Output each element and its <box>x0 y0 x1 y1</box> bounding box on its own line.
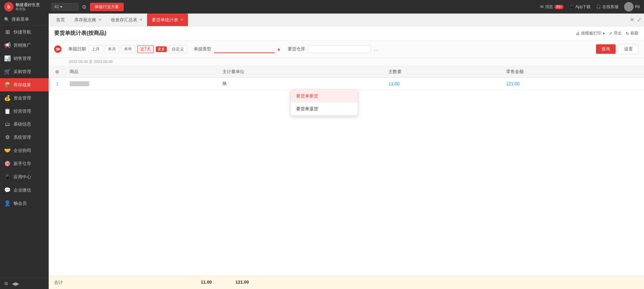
tab-bar: 首页库存批次账 ✕收发存汇总表 ✕要货单统计表 ✕ ✕ ⤢ <box>49 14 644 26</box>
print-button[interactable]: 🖨 按模板打印 ▾ <box>576 30 605 36</box>
inventory-icon: 📦 <box>4 82 11 88</box>
type-dropdown: 要货单要货 要货单退货 <box>290 89 358 116</box>
sidebar-item-quick-nav[interactable]: ⊞快捷导航 <box>0 25 49 39</box>
gear-col-header[interactable]: ⚙ <box>49 66 66 78</box>
more-icon[interactable]: … <box>374 46 379 52</box>
sidebar-item-finance[interactable]: 💰资金管理 <box>0 91 49 105</box>
refresh-button[interactable]: ↻ 刷新 <box>626 30 639 36</box>
page-header: 要货单统计表(按商品) 🖨 按模板打印 ▾ ↗ 导出 ↻ 刷新 <box>49 26 644 41</box>
message-badge: 99+ <box>554 5 564 9</box>
system-icon: ⚙ <box>4 134 11 140</box>
tab-inventory-batch[interactable]: 库存批次账 ✕ <box>70 14 106 26</box>
chevron-up-icon[interactable]: ▲ <box>277 47 281 51</box>
sidebar-item-label: 企业微信 <box>14 187 31 193</box>
export-button[interactable]: ↗ 导出 <box>609 30 622 36</box>
tab-receive-summary[interactable]: 收发存汇总表 ✕ <box>106 14 147 26</box>
query-button[interactable]: 查询 <box>596 44 616 54</box>
tab-count-label: 41 <box>54 4 59 9</box>
filter-actions: 查询 设置 <box>596 44 639 54</box>
sidebar-item-app-center[interactable]: 📱应用中心 <box>0 170 49 183</box>
sidebar-item-sales[interactable]: 📊销售管理 <box>0 52 49 65</box>
expand-icon[interactable]: ⤢ <box>637 17 641 23</box>
sidebar-item-member[interactable]: 👤畅会员 <box>0 197 49 210</box>
header-right: ✉ 消息 99+ 📱 App下载 🎧 在线客服 Rit <box>540 2 640 12</box>
date-btn-last-month[interactable]: 上月 <box>89 45 103 53</box>
row-quantity: 11.00 <box>384 78 502 90</box>
total-bar-wrapper: 合计 11.00 121.00 <box>49 276 644 289</box>
dropdown-item-incoming[interactable]: 要货单要货 <box>291 90 358 103</box>
service-icon: 🎧 <box>596 4 601 9</box>
quick-nav-icon: ⊞ <box>4 29 11 35</box>
sidebar-item-purchase[interactable]: 🛒采购管理 <box>0 65 49 78</box>
sidebar-item-enterprise[interactable]: 🤝企业协同 <box>0 144 49 157</box>
quantity-col-header: 主数量 <box>384 66 502 78</box>
main-layout: 🔍 搜索菜单 ⊞快捷导航📢营销推广📊销售管理🛒采购管理📦库存核算💰资金管理📋经营… <box>0 14 644 289</box>
row-goods <box>66 78 218 90</box>
gear-icon[interactable]: ⚙ <box>55 69 59 74</box>
sidebar-item-operation[interactable]: 📋经营管理 <box>0 105 49 118</box>
close-all-icon[interactable]: ✕ <box>630 17 634 23</box>
sidebar-item-marketing[interactable]: 📢营销推广 <box>0 39 49 52</box>
tab-close-icon[interactable]: ✕ <box>139 18 142 22</box>
date-btn-7days[interactable]: 近7天 <box>137 45 154 53</box>
app-download-button[interactable]: 📱 App下载 <box>569 4 591 10</box>
row-amount: 121.00 <box>502 78 644 90</box>
data-table: ⚙ 商品 主计量单位 主数量 零售金额 1 块 11.00 121.00 <box>49 66 644 90</box>
user-area[interactable]: Rit <box>624 2 640 12</box>
table-row: 1 块 11.00 121.00 <box>49 78 644 90</box>
tab-count-selector[interactable]: 41 ▾ <box>51 3 78 10</box>
total-label: 合计 <box>54 280 66 286</box>
date-btn-this-month[interactable]: 本月 <box>105 45 119 53</box>
industry-button[interactable]: 体验行业方案 <box>90 3 124 11</box>
settings-button[interactable]: 设置 <box>618 44 639 54</box>
online-service-button[interactable]: 🎧 在线客服 <box>596 4 619 10</box>
message-button[interactable]: ✉ 消息 99+ <box>540 4 564 10</box>
sidebar-item-label: 库存核算 <box>14 82 31 88</box>
warehouse-input[interactable] <box>308 45 371 53</box>
sidebar-item-label: 畅会员 <box>14 200 27 206</box>
sidebar-item-label: 应用中心 <box>14 174 31 180</box>
type-input[interactable] <box>214 45 275 53</box>
dropdown-item-return[interactable]: 要货单退货 <box>291 103 358 115</box>
member-icon: 👤 <box>4 200 11 206</box>
unit-col-header: 主计量单位 <box>218 66 385 78</box>
sidebar-item-inventory[interactable]: 📦库存核算 <box>0 78 49 91</box>
filter-expand-button[interactable]: ≫ <box>54 45 62 53</box>
date-btn-custom[interactable]: 自定义 <box>169 45 187 53</box>
sidebar: 🔍 搜索菜单 ⊞快捷导航📢营销推广📊销售管理🛒采购管理📦库存核算💰资金管理📋经营… <box>0 14 49 289</box>
tab-close-icon[interactable]: ✕ <box>98 18 101 22</box>
table-wrapper: ⚙ 商品 主计量单位 主数量 零售金额 1 块 11.00 121.00 <box>49 66 644 90</box>
basic-icon: 🗂 <box>4 121 11 127</box>
sidebar-item-label: 销售管理 <box>14 55 31 62</box>
settings-icon[interactable]: ⚙ <box>4 281 8 286</box>
tab-label: 要货单统计表 <box>152 17 178 23</box>
tab-home[interactable]: 首页 <box>51 14 70 26</box>
wechat-icon: 💬 <box>4 187 11 193</box>
sidebar-item-basic[interactable]: 🗂基础信息 <box>0 118 49 131</box>
sidebar-item-wechat[interactable]: 💬企业微信 <box>0 183 49 197</box>
tab-close-icon[interactable]: ✕ <box>180 18 183 22</box>
collapse-button[interactable]: ◀▶ <box>12 281 19 286</box>
content-area: 首页库存批次账 ✕收发存汇总表 ✕要货单统计表 ✕ ✕ ⤢ 要货单统计表(按商品… <box>49 14 644 289</box>
sidebar-footer: ⚙ ◀▶ <box>0 278 49 289</box>
tab-bar-actions: ✕ ⤢ <box>630 17 641 23</box>
message-icon: ✉ <box>540 4 544 9</box>
sidebar-item-guide[interactable]: 🎯新手引导 <box>0 157 49 170</box>
warehouse-filter-group: 要货仓库 … <box>288 45 379 53</box>
sidebar-item-label: 新手引导 <box>14 161 31 167</box>
filter-bar: ≫ 单据日期 上月 本月 本年 近7天 更多 自定义 单据类型 <box>49 41 644 58</box>
date-label: 单据日期 <box>68 46 86 52</box>
type-label: 单据类型 <box>194 46 211 52</box>
purchase-icon: 🛒 <box>4 68 11 75</box>
tab-order-stat[interactable]: 要货单统计表 ✕ <box>147 14 188 26</box>
date-btn-this-year[interactable]: 本年 <box>121 45 135 53</box>
gear-icon[interactable]: ⚙ <box>82 4 87 10</box>
app-icon: 📱 <box>569 4 574 9</box>
page-header-actions: 🖨 按模板打印 ▾ ↗ 导出 ↻ 刷新 <box>576 30 639 36</box>
sidebar-item-label: 经营管理 <box>14 108 31 114</box>
sidebar-item-label: 采购管理 <box>14 69 31 75</box>
sidebar-item-system[interactable]: ⚙系统管理 <box>0 131 49 144</box>
app-center-icon: 📱 <box>4 174 11 180</box>
sidebar-search[interactable]: 🔍 搜索菜单 <box>0 14 49 25</box>
date-more-badge[interactable]: 更多 <box>156 46 167 52</box>
